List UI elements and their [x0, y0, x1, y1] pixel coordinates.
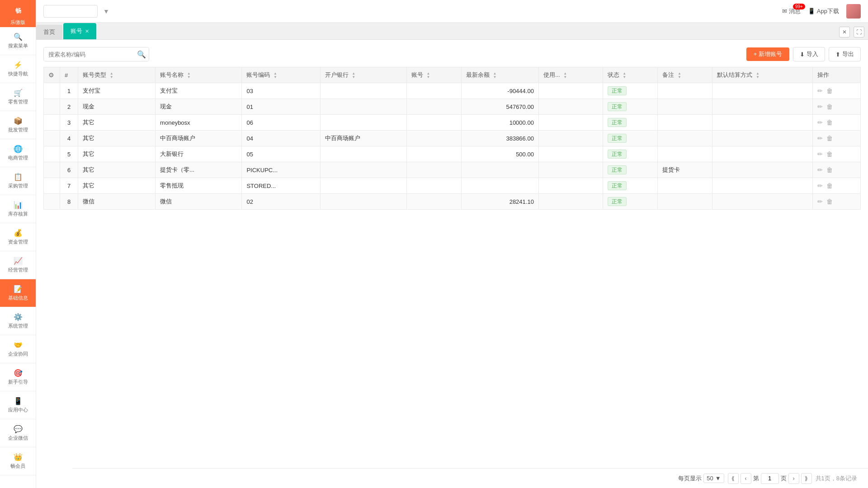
th-status-label: 状态 — [608, 71, 619, 78]
sort-type-icon: ▲▼ — [110, 72, 113, 79]
td-settings-3 — [44, 131, 60, 146]
sidebar-item-purchase[interactable]: 📋 采购管理 — [0, 167, 36, 195]
messages-button[interactable]: ✉ 消息 99+ — [782, 7, 801, 15]
td-index-7: 8 — [60, 194, 78, 210]
page-first-button[interactable]: ⟪ — [728, 473, 739, 484]
sidebar-item-wechat[interactable]: 💬 企业微信 — [0, 419, 36, 447]
sidebar-item-search[interactable]: 🔍 搜索菜单 — [0, 27, 36, 55]
td-name-2: moneybosx — [156, 115, 242, 131]
th-balance[interactable]: 最新余额 ▲▼ — [461, 67, 538, 83]
sidebar-item-apps[interactable]: 📱 应用中心 — [0, 391, 36, 419]
delete-icon-3[interactable]: 🗑 — [826, 135, 833, 142]
sidebar-item-basic[interactable]: 📝 基础信息 — [0, 279, 36, 307]
td-bank-1 — [320, 99, 406, 115]
th-name[interactable]: 账号名称 ▲▼ — [156, 67, 242, 83]
th-remark[interactable]: 备注 ▲▼ — [658, 67, 712, 83]
td-name-3: 中百商场账户 — [156, 131, 242, 146]
search-area: 🔍 — [43, 47, 149, 61]
header-search-input[interactable] — [43, 5, 98, 18]
tab-actions: ✕ ⛶ — [839, 27, 868, 39]
td-bank-6 — [320, 178, 406, 194]
search-icon: 🔍 — [14, 33, 23, 41]
th-code[interactable]: 账号编码 ▲▼ — [242, 67, 320, 83]
tab-account-close-icon[interactable]: ✕ — [85, 28, 89, 34]
edit-icon-4[interactable]: ✏ — [817, 150, 823, 158]
purchase-icon: 📋 — [14, 173, 23, 181]
th-settings[interactable]: ⚙ — [44, 67, 60, 83]
th-default[interactable]: 默认结算方式 ▲▼ — [712, 67, 812, 83]
tab-close-button[interactable]: ✕ — [839, 27, 850, 38]
th-account[interactable]: 账号 ▲▼ — [406, 67, 461, 83]
user-avatar[interactable] — [846, 4, 861, 19]
sort-name-icon: ▲▼ — [187, 72, 191, 79]
th-type[interactable]: 账号类型 ▲▼ — [78, 67, 156, 83]
sidebar-item-wholesale[interactable]: 📦 批发管理 — [0, 111, 36, 139]
td-remark-2 — [658, 115, 712, 131]
sidebar-item-agreement[interactable]: 🤝 企业协同 — [0, 335, 36, 363]
account-search-input[interactable] — [44, 47, 134, 61]
td-settings-4 — [44, 146, 60, 162]
td-name-6: 零售抵现 — [156, 178, 242, 194]
sidebar-item-finance[interactable]: 💰 资金管理 — [0, 223, 36, 251]
th-bank-label: 开户银行 — [325, 71, 349, 78]
sidebar-item-guide[interactable]: 🎯 新手引导 — [0, 363, 36, 391]
edit-icon-6[interactable]: ✏ — [817, 182, 823, 189]
tab-account-label: 账号 — [71, 27, 82, 35]
td-index-5: 6 — [60, 162, 78, 178]
edit-icon-5[interactable]: ✏ — [817, 166, 823, 174]
table-row: 5 其它 大新银行 05 500.00 正常 ✏ 🗑 — [44, 146, 861, 162]
th-usage[interactable]: 使用... ▲▼ — [538, 67, 603, 83]
th-status[interactable]: 状态 ▲▼ — [603, 67, 658, 83]
edit-icon-0[interactable]: ✏ — [817, 87, 823, 94]
sidebar-item-shortcut[interactable]: ⚡ 快捷导航 — [0, 55, 36, 83]
td-type-7: 微信 — [78, 194, 156, 210]
sidebar-item-retail[interactable]: 🛒 零售管理 — [0, 83, 36, 111]
sidebar-label-guide: 新手引导 — [8, 379, 28, 385]
delete-icon-4[interactable]: 🗑 — [826, 150, 833, 158]
sidebar-item-member[interactable]: 👑 畅会员 — [0, 447, 36, 475]
td-action-4: ✏ 🗑 — [812, 146, 860, 162]
td-remark-0 — [658, 83, 712, 99]
td-balance-0: -90444.00 — [461, 83, 538, 99]
export-button[interactable]: ⬆ 导出 — [829, 47, 861, 61]
tab-account[interactable]: 账号 ✕ — [63, 23, 96, 39]
tab-expand-button[interactable]: ⛶ — [854, 27, 864, 38]
delete-icon-6[interactable]: 🗑 — [826, 182, 833, 189]
page-last-button[interactable]: ⟫ — [801, 473, 812, 484]
table-row: 6 其它 提货卡（零... PICKUPC... 正常 提货卡 ✏ 🗑 — [44, 162, 861, 178]
dropdown-arrow-icon[interactable]: ▼ — [103, 8, 109, 15]
sidebar-item-operations[interactable]: 📈 经营管理 — [0, 251, 36, 279]
page-number-input[interactable] — [761, 473, 779, 484]
import-button[interactable]: ⬇ 导入 — [793, 47, 825, 61]
toolbar: 🔍 + 新增账号 ⬇ 导入 ⬆ 导出 — [43, 47, 861, 61]
edit-icon-7[interactable]: ✏ — [817, 198, 823, 205]
add-account-button[interactable]: + 新增账号 — [746, 47, 789, 61]
sidebar-item-ecommerce[interactable]: 🌐 电商管理 — [0, 139, 36, 167]
delete-icon-2[interactable]: 🗑 — [826, 119, 833, 126]
tab-home[interactable]: 首页 — [36, 25, 62, 39]
edit-icon-3[interactable]: ✏ — [817, 135, 823, 142]
td-index-6: 7 — [60, 178, 78, 194]
tab-bar: 首页 账号 ✕ ✕ ⛶ — [36, 23, 868, 40]
app-download-button[interactable]: 📱 App下载 — [808, 7, 839, 15]
sidebar-nav: 🔍 搜索菜单 ⚡ 快捷导航 🛒 零售管理 📦 批发管理 🌐 电商管理 📋 采购管… — [0, 27, 36, 488]
delete-icon-1[interactable]: 🗑 — [826, 103, 833, 110]
edit-icon-2[interactable]: ✏ — [817, 119, 823, 126]
td-bank-4 — [320, 146, 406, 162]
td-bank-3: 中百商场账户 — [320, 131, 406, 146]
delete-icon-5[interactable]: 🗑 — [826, 166, 833, 174]
search-button[interactable]: 🔍 — [134, 47, 149, 61]
th-name-label: 账号名称 — [160, 71, 184, 78]
th-bank[interactable]: 开户银行 ▲▼ — [320, 67, 406, 83]
sidebar-item-inventory[interactable]: 📊 库存核算 — [0, 195, 36, 223]
page-prev-button[interactable]: ‹ — [741, 473, 751, 484]
td-usage-7 — [538, 194, 603, 210]
delete-icon-7[interactable]: 🗑 — [826, 198, 833, 205]
td-account-5 — [406, 162, 461, 178]
page-next-button[interactable]: › — [788, 473, 799, 484]
edit-icon-1[interactable]: ✏ — [817, 103, 823, 110]
delete-icon-0[interactable]: 🗑 — [826, 87, 833, 94]
sidebar-item-system[interactable]: ⚙️ 系统管理 — [0, 307, 36, 335]
page-size-dropdown[interactable]: 50 ▼ — [703, 474, 724, 483]
sidebar-label-ecommerce: 电商管理 — [8, 155, 28, 161]
